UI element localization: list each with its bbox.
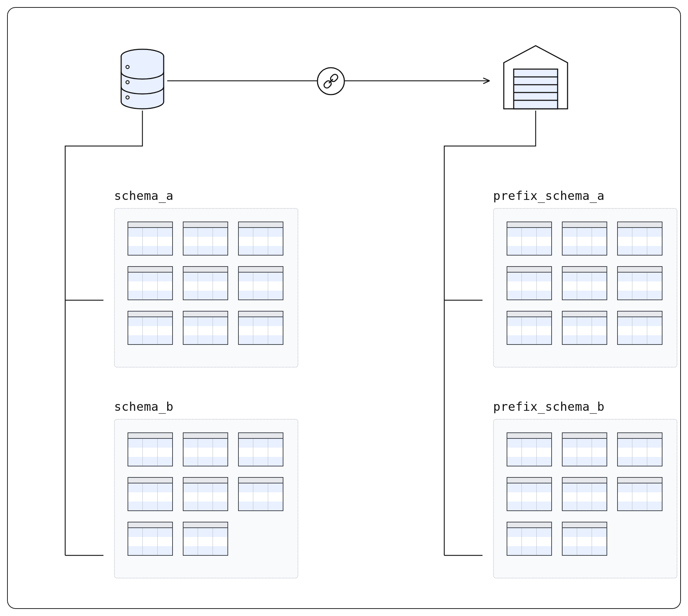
table-icon	[128, 311, 173, 345]
table-icon	[183, 222, 228, 256]
table-icon	[507, 266, 552, 300]
database-icon	[118, 49, 167, 114]
diagram-frame: schema_a schema_b prefix_schema_a prefix…	[7, 7, 681, 609]
table-icon	[507, 477, 552, 511]
table-icon	[507, 222, 552, 256]
link-icon	[316, 66, 346, 97]
table-icon	[562, 477, 607, 511]
table-icon	[128, 477, 173, 511]
table-icon	[617, 266, 662, 300]
table-icon	[183, 266, 228, 300]
source-schema-a-label: schema_a	[114, 189, 174, 203]
table-icon	[617, 311, 662, 345]
table-icon	[617, 477, 662, 511]
table-icon	[562, 311, 607, 345]
table-icon	[183, 477, 228, 511]
table-icon	[128, 222, 173, 256]
table-icon	[238, 432, 283, 466]
table-icon	[562, 266, 607, 300]
table-icon	[617, 432, 662, 466]
warehouse-icon	[497, 41, 575, 114]
table-icon	[183, 522, 228, 556]
table-icon	[562, 222, 607, 256]
svg-rect-4	[514, 69, 558, 109]
table-icon	[507, 432, 552, 466]
table-icon	[562, 432, 607, 466]
source-schema-b-label: schema_b	[114, 399, 174, 414]
dest-schema-b-label: prefix_schema_b	[493, 399, 605, 414]
dest-schema-a-label: prefix_schema_a	[493, 189, 605, 203]
table-icon	[183, 311, 228, 345]
table-icon	[617, 222, 662, 256]
dest-schema-a-box	[493, 208, 677, 368]
table-icon	[238, 222, 283, 256]
table-icon	[238, 266, 283, 300]
table-icon	[507, 522, 552, 556]
source-schema-a-box	[114, 208, 298, 368]
table-icon	[128, 432, 173, 466]
table-icon	[507, 311, 552, 345]
table-icon	[238, 311, 283, 345]
table-icon	[562, 522, 607, 556]
source-schema-b-box	[114, 419, 298, 578]
table-icon	[183, 432, 228, 466]
table-icon	[128, 522, 173, 556]
dest-schema-b-box	[493, 419, 677, 578]
table-icon	[128, 266, 173, 300]
table-icon	[238, 477, 283, 511]
